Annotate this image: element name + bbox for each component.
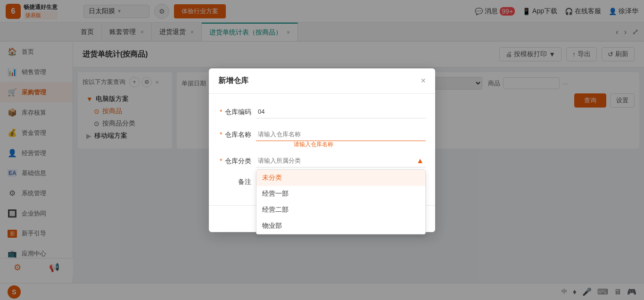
- category-input[interactable]: [256, 154, 426, 167]
- dropdown-item-property[interactable]: 物业部: [256, 218, 425, 234]
- required-mark-name: *: [220, 131, 222, 138]
- dropdown-item-unclassified[interactable]: 未分类: [256, 170, 425, 186]
- category-dropdown: 未分类 经营一部 经营二部 物业部: [256, 169, 426, 234]
- form-row-name: * 仓库名称 请输入仓库名称: [218, 128, 426, 141]
- modal-header: 新增仓库 ×: [209, 68, 435, 94]
- code-input[interactable]: [256, 105, 426, 118]
- category-select-wrap: ▲ 未分类 经营一部 经营二部 物业部: [256, 154, 426, 167]
- notes-label: 备注: [218, 175, 256, 186]
- chevron-up-icon[interactable]: ▲: [416, 157, 424, 165]
- name-field-wrap: 请输入仓库名称: [256, 128, 426, 141]
- category-label: * 仓库分类: [218, 154, 256, 166]
- code-label: * 仓库编码: [218, 105, 256, 117]
- modal-body: * 仓库编码 * 仓库名称 请输入仓库名称 *: [209, 94, 435, 205]
- dropdown-item-dept2[interactable]: 经营二部: [256, 202, 425, 218]
- form-row-code: * 仓库编码: [218, 105, 426, 118]
- name-error-msg: 请输入仓库名称: [294, 141, 333, 149]
- required-mark: *: [220, 108, 222, 116]
- name-label: * 仓库名称: [218, 128, 256, 139]
- dropdown-item-dept1[interactable]: 经营一部: [256, 186, 425, 202]
- required-mark-cat: *: [220, 157, 222, 165]
- name-input[interactable]: [256, 128, 426, 141]
- modal-overlay: 新增仓库 × * 仓库编码 * 仓库名称 请输入仓库名称: [0, 0, 644, 300]
- modal-title: 新增仓库: [218, 76, 248, 86]
- form-row-category: * 仓库分类 ▲ 未分类 经营一部 经营二部: [218, 154, 426, 167]
- modal-close-button[interactable]: ×: [421, 76, 426, 86]
- modal-add-warehouse: 新增仓库 × * 仓库编码 * 仓库名称 请输入仓库名称: [209, 68, 435, 232]
